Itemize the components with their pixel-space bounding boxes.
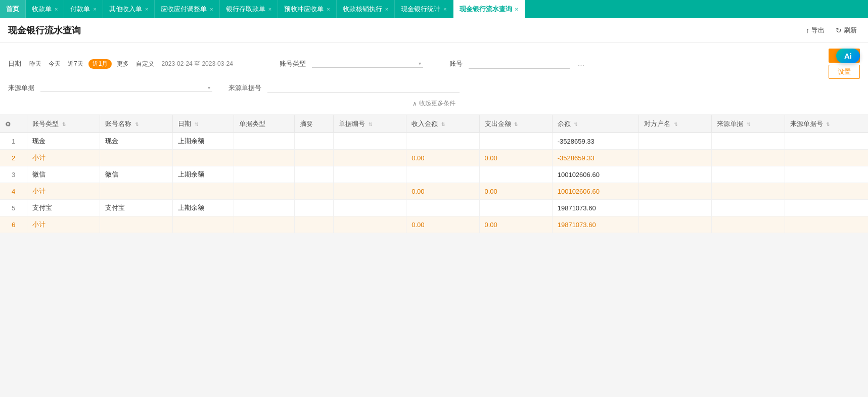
date-btn-7days[interactable]: 近7天	[66, 59, 85, 69]
nav-cash-flow[interactable]: 现金银行流水查询 ×	[453, 0, 525, 18]
sort-icon: ⇅	[574, 122, 578, 127]
source-doc-no-input[interactable]	[267, 83, 460, 93]
table-row[interactable]: 3微信微信上期余额100102606.60	[0, 166, 868, 183]
cell-date: 上期余额	[173, 133, 234, 150]
nav-payment[interactable]: 付款单 ×	[64, 0, 103, 18]
ai-button[interactable]: Ai	[836, 49, 860, 63]
nav-other-income[interactable]: 其他收入单 ×	[103, 0, 155, 18]
refresh-button[interactable]: ↻ 刷新	[833, 25, 860, 36]
cell-doc-no	[334, 150, 406, 166]
cell-counterpart	[639, 200, 712, 216]
close-icon[interactable]: ×	[385, 6, 388, 12]
date-btn-today[interactable]: 今天	[47, 59, 63, 69]
nav-writeoff[interactable]: 收款核销执行 ×	[337, 0, 395, 18]
nav-advance[interactable]: 预收冲应收单 ×	[278, 0, 336, 18]
col-date[interactable]: 日期 ⇅	[173, 115, 234, 133]
col-doc-no[interactable]: 单据编号 ⇅	[334, 115, 406, 133]
date-btn-more[interactable]: 更多	[115, 59, 131, 69]
cell-account-type: 小计	[27, 216, 100, 233]
table-header: ⚙ 账号类型 ⇅ 账号名称 ⇅ 日期 ⇅ 单据类型 摘要	[0, 115, 868, 133]
account-input[interactable]	[469, 59, 570, 69]
table-row[interactable]: 5支付宝支付宝上期余额19871073.60	[0, 200, 868, 216]
settings-button[interactable]: 设置	[829, 65, 860, 79]
cell-account-type: 微信	[27, 166, 100, 183]
close-icon[interactable]: ×	[93, 6, 96, 12]
cell-balance: -3528659.33	[552, 150, 638, 166]
cell-doc-no	[334, 133, 406, 150]
col-income[interactable]: 收入金额 ⇅	[406, 115, 479, 133]
col-gear[interactable]: ⚙	[0, 115, 27, 133]
close-icon[interactable]: ×	[327, 6, 330, 12]
cell-counterpart	[639, 183, 712, 200]
col-source-doc-no[interactable]: 来源单据号 ⇅	[785, 115, 868, 133]
refresh-icon: ↻	[836, 26, 842, 34]
close-icon[interactable]: ×	[210, 6, 213, 12]
cell-source-doc	[712, 166, 785, 183]
row-number: 4	[0, 183, 27, 200]
nav-receipt[interactable]: 收款单 ×	[26, 0, 64, 18]
close-icon[interactable]: ×	[268, 6, 271, 12]
col-account-name[interactable]: 账号名称 ⇅	[100, 115, 173, 133]
cell-source-doc-no	[785, 133, 868, 150]
cell-account-type: 现金	[27, 133, 100, 150]
account-type-select[interactable]: ▾	[312, 60, 423, 68]
cell-balance: 19871073.60	[552, 216, 638, 233]
close-icon[interactable]: ×	[443, 6, 446, 12]
cell-counterpart	[639, 133, 712, 150]
cell-summary	[294, 166, 333, 183]
date-btn-1month[interactable]: 近1月	[88, 59, 112, 69]
top-nav: 首页 收款单 × 付款单 × 其他收入单 × 应收应付调整单 × 银行存取款单 …	[0, 0, 868, 18]
table-row[interactable]: 1现金现金上期余额-3528659.33	[0, 133, 868, 150]
col-counterpart[interactable]: 对方户名 ⇅	[639, 115, 712, 133]
cell-doc-no	[334, 200, 406, 216]
date-shortcuts: 昨天 今天 近7天 近1月 更多 自定义 2023-02-24 至 2023-0…	[27, 59, 233, 69]
cell-doc-no	[334, 166, 406, 183]
cell-doc-type	[234, 166, 294, 183]
cell-account-name	[100, 216, 173, 233]
cell-doc-no	[334, 216, 406, 233]
cell-account-type: 支付宝	[27, 200, 100, 216]
data-table: ⚙ 账号类型 ⇅ 账号名称 ⇅ 日期 ⇅ 单据类型 摘要	[0, 115, 868, 233]
cell-account-name: 现金	[100, 133, 173, 150]
cell-counterpart	[639, 166, 712, 183]
cell-income: 0.00	[406, 183, 479, 200]
table-row[interactable]: 6小计0.000.0019871073.60	[0, 216, 868, 233]
cell-source-doc	[712, 133, 785, 150]
close-icon[interactable]: ×	[55, 6, 58, 12]
close-icon[interactable]: ×	[145, 6, 148, 12]
nav-adjustment[interactable]: 应收应付调整单 ×	[155, 0, 219, 18]
chevron-up-icon: ∧	[413, 100, 417, 107]
more-options-icon[interactable]: ...	[576, 59, 586, 68]
col-account-type[interactable]: 账号类型 ⇅	[27, 115, 100, 133]
col-summary: 摘要	[294, 115, 333, 133]
row-number: 5	[0, 200, 27, 216]
cell-income	[406, 166, 479, 183]
filter-row-1: 日期 昨天 今天 近7天 近1月 更多 自定义 2023-02-24 至 202…	[8, 49, 860, 79]
col-doc-type[interactable]: 单据类型	[234, 115, 294, 133]
date-btn-yesterday[interactable]: 昨天	[27, 59, 43, 69]
col-source-doc[interactable]: 来源单据 ⇅	[712, 115, 785, 133]
source-doc-select[interactable]: ▾	[40, 84, 212, 92]
table-row[interactable]: 2小计0.000.00-3528659.33	[0, 150, 868, 166]
cell-income: 0.00	[406, 150, 479, 166]
sort-icon: ⇅	[62, 122, 66, 127]
nav-home[interactable]: 首页	[0, 0, 26, 18]
close-icon[interactable]: ×	[515, 6, 518, 12]
export-button[interactable]: ↑ 导出	[803, 25, 828, 36]
nav-cash-stats[interactable]: 现金银行统计 ×	[395, 0, 453, 18]
sort-icon: ⇅	[135, 122, 139, 127]
nav-bank-deposit[interactable]: 银行存取款单 ×	[220, 0, 278, 18]
gear-icon[interactable]: ⚙	[5, 120, 11, 128]
cell-expense: 0.00	[479, 183, 552, 200]
page-title: 现金银行流水查询	[8, 24, 81, 36]
col-expense[interactable]: 支出金额 ⇅	[479, 115, 552, 133]
table-container: ⚙ 账号类型 ⇅ 账号名称 ⇅ 日期 ⇅ 单据类型 摘要	[0, 115, 868, 233]
cell-date	[173, 150, 234, 166]
filter-area: 日期 昨天 今天 近7天 近1月 更多 自定义 2023-02-24 至 202…	[0, 42, 868, 114]
collapse-button[interactable]: ∧ 收起更多条件	[8, 97, 860, 110]
cell-expense: 0.00	[479, 216, 552, 233]
table-row[interactable]: 4小计0.000.00100102606.60	[0, 183, 868, 200]
date-btn-custom[interactable]: 自定义	[134, 59, 156, 69]
col-balance[interactable]: 余额 ⇅	[552, 115, 638, 133]
cell-income	[406, 200, 479, 216]
